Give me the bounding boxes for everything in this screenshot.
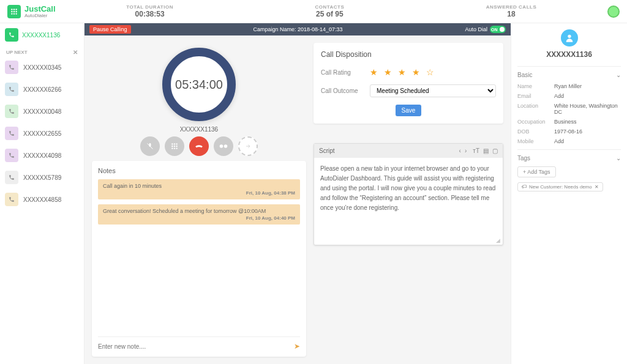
queue-item[interactable]: XXXXXX2655	[5, 127, 79, 140]
disposition-title: Call Disposition	[321, 50, 496, 59]
info-value[interactable]: White House, Washington DC	[554, 103, 621, 115]
queue-item-name: XXXXXX0345	[23, 64, 61, 71]
contact-panel: XXXXXX1136 Basic ⌄ NameRyan MillerEmailA…	[511, 23, 627, 364]
basic-section-header[interactable]: Basic ⌄	[517, 72, 621, 78]
note-input-row: ➤	[98, 336, 300, 351]
star-icon[interactable]: ★	[384, 67, 392, 77]
call-queue: XXXXXX0345XXXXXX6266XXXXXX0048XXXXXX2655…	[5, 61, 79, 206]
stat-answered: ANSWERED CALLS 18	[486, 4, 537, 18]
star-icon[interactable]: ★	[370, 67, 378, 77]
svg-point-7	[13, 13, 15, 14]
svg-point-4	[13, 10, 15, 12]
stat-contacts: CONTACTS 25 of 95	[315, 4, 344, 18]
svg-point-16	[174, 147, 175, 149]
info-value[interactable]: 1977-08-16	[554, 128, 621, 135]
up-next-header: UP NEXT ✕	[5, 49, 79, 56]
queue-item[interactable]: XXXXXX0345	[5, 61, 79, 74]
mute-button[interactable]	[140, 136, 160, 156]
star-icon[interactable]: ☆	[426, 67, 434, 77]
save-button[interactable]: Save	[396, 105, 422, 116]
record-button[interactable]	[214, 136, 233, 156]
tag-remove-icon[interactable]: ✕	[595, 184, 599, 190]
notes-title: Notes	[98, 167, 300, 174]
queue-item[interactable]: XXXXXX4098	[5, 149, 79, 162]
auto-dial-toggle[interactable]: ON	[490, 26, 506, 33]
campaign-name: Campaign Name: 2018-08-14_07:33	[131, 26, 465, 32]
info-value[interactable]: Business	[554, 119, 621, 125]
brand-name: JustCall	[24, 5, 56, 13]
info-value[interactable]: Add	[554, 138, 621, 144]
svg-point-13	[174, 146, 175, 147]
pause-button[interactable]: Pause Calling	[89, 25, 131, 34]
phone-icon	[5, 193, 18, 206]
note-input[interactable]	[98, 343, 294, 350]
brand-sub: AutoDialer	[24, 13, 56, 18]
script-layout-icon[interactable]: ▤	[483, 147, 489, 154]
tags-section-header[interactable]: Tags ⌄	[517, 155, 621, 162]
phone-icon	[5, 149, 18, 162]
outcome-select[interactable]: Meeting Scheduled	[370, 84, 496, 97]
tag-chip[interactable]: 🏷 New Customer: Needs demo ✕	[517, 182, 603, 191]
notes-panel: Notes Call again in 10 minutesFri, 10 Au…	[92, 161, 306, 357]
add-tags-button[interactable]: + Add Tags	[517, 166, 556, 177]
star-icon[interactable]: ★	[412, 67, 420, 77]
sidebar: XXXXXX1136 UP NEXT ✕ XXXXXX0345XXXXXX626…	[0, 23, 84, 364]
queue-item[interactable]: XXXXXX5789	[5, 171, 79, 184]
avatar-icon	[561, 29, 578, 46]
user-avatar[interactable]	[607, 6, 620, 18]
close-icon[interactable]: ✕	[73, 49, 78, 56]
queue-item-name: XXXXXX6266	[23, 86, 61, 93]
info-row: OccupationBusiness	[517, 119, 621, 125]
phone-icon	[5, 61, 18, 74]
svg-point-0	[11, 9, 12, 10]
queue-item[interactable]: XXXXXX4858	[5, 193, 79, 206]
svg-point-1	[13, 9, 15, 10]
send-icon[interactable]: ➤	[294, 342, 300, 351]
phone-icon	[5, 127, 18, 140]
svg-point-17	[176, 147, 177, 149]
top-bar: JustCall AutoDialer TOTAL DURATION 00:38…	[0, 0, 627, 23]
queue-item[interactable]: XXXXXX0048	[5, 105, 79, 118]
info-value[interactable]: Ryan Miller	[554, 83, 621, 89]
info-row: MobileAdd	[517, 138, 621, 144]
outcome-label: Call Outcome	[321, 87, 370, 94]
script-prev-icon[interactable]: ‹	[459, 147, 461, 154]
info-row: EmailAdd	[517, 93, 621, 99]
note-item: Call again in 10 minutesFri, 10 Aug, 04:…	[98, 179, 300, 199]
info-value[interactable]: Add	[554, 93, 621, 99]
profile: XXXXXX1136	[517, 29, 621, 59]
timer-circle: 05:34:00	[162, 48, 236, 121]
svg-point-18	[220, 144, 223, 148]
resize-handle-icon[interactable]: ◢	[314, 237, 503, 245]
svg-point-11	[176, 143, 177, 144]
chevron-down-icon: ⌄	[616, 72, 621, 78]
dialpad-button[interactable]	[165, 136, 184, 156]
svg-point-2	[15, 9, 17, 10]
active-call[interactable]: XXXXXX1136	[5, 28, 79, 42]
queue-item-name: XXXXXX2655	[23, 130, 61, 137]
star-icon[interactable]: ★	[398, 67, 406, 77]
info-row: NameRyan Miller	[517, 83, 621, 89]
svg-point-10	[174, 143, 175, 144]
stats: TOTAL DURATION 00:38:53 CONTACTS 25 of 9…	[56, 4, 607, 18]
script-expand-icon[interactable]: ▢	[492, 147, 498, 154]
phone-icon	[5, 171, 18, 184]
transfer-button[interactable]	[238, 136, 258, 156]
rating-label: Call Rating	[321, 69, 370, 76]
hangup-button[interactable]	[189, 136, 209, 156]
rating-stars[interactable]: ★★★★☆	[370, 67, 434, 77]
svg-point-12	[171, 146, 173, 147]
logo-icon	[7, 5, 21, 18]
notes-list: Call again in 10 minutesFri, 10 Aug, 04:…	[98, 179, 300, 229]
timer-value: 05:34:00	[175, 78, 223, 92]
svg-point-20	[568, 35, 571, 38]
svg-point-6	[11, 13, 12, 14]
campaign-bar: Pause Calling Campaign Name: 2018-08-14_…	[84, 23, 511, 35]
basic-info: NameRyan MillerEmailAddLocationWhite Hou…	[517, 83, 621, 144]
svg-point-8	[15, 13, 17, 14]
brand-logo[interactable]: JustCall AutoDialer	[7, 5, 56, 18]
script-header: Script ‹ › тT ▤ ▢	[314, 144, 503, 158]
script-font-icon[interactable]: тT	[473, 147, 479, 154]
script-next-icon[interactable]: ›	[465, 147, 467, 154]
queue-item[interactable]: XXXXXX6266	[5, 83, 79, 96]
